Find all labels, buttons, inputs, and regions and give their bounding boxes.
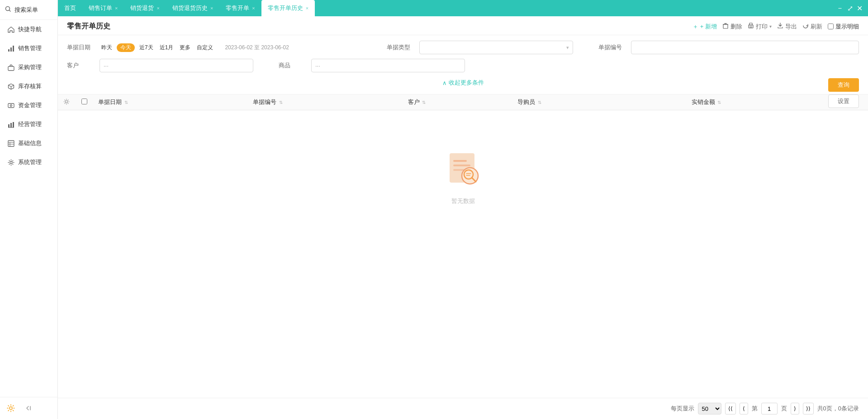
svg-rect-4 <box>13 46 14 52</box>
page-word2: 页 <box>781 405 787 413</box>
custom-btn[interactable]: 自定义 <box>195 43 215 52</box>
sidebar-item-sys-mgmt[interactable]: 系统管理 <box>0 153 57 172</box>
select-all-checkbox[interactable] <box>81 99 87 104</box>
goods-select[interactable]: ··· <box>311 59 465 72</box>
money-icon <box>7 102 14 109</box>
th-checkbox[interactable] <box>76 94 93 110</box>
refresh-button[interactable]: 刷新 <box>802 23 822 31</box>
query-button[interactable]: 查询 <box>828 78 859 92</box>
tab-sales-return-history[interactable]: 销货退货历史 × <box>166 0 219 16</box>
nav-close-icon[interactable]: ✕ <box>857 4 863 13</box>
svg-rect-13 <box>10 123 12 127</box>
today-btn[interactable]: 今天 <box>117 43 135 52</box>
th-customer[interactable]: 客户 ⇅ <box>403 94 512 110</box>
tab-close-icon[interactable]: × <box>210 5 213 11</box>
refresh-label: 刷新 <box>811 23 822 31</box>
table-icon <box>7 140 14 147</box>
sidebar-item-quick-nav[interactable]: 快捷导航 <box>0 20 57 39</box>
th-number[interactable]: 单据编号 ⇅ <box>247 94 402 110</box>
prev-page-button[interactable]: ⟨ <box>740 403 748 414</box>
first-page-button[interactable]: ⟨⟨ <box>725 403 736 414</box>
filter-wrapper: 单据日期 昨天 今天 近7天 近1月 更多 自定义 2023-06-02 至 2… <box>58 35 868 94</box>
nav-maximize-icon[interactable]: ⤢ <box>847 4 853 13</box>
sort-salesperson-icon: ⇅ <box>538 100 541 105</box>
next-page-button[interactable]: ⟩ <box>791 403 799 414</box>
main-area: 首页 销售订单 × 销货退货 × 销货退货历史 × 零售开单 × 零售开单历史 … <box>58 0 868 419</box>
tab-retail-history[interactable]: 零售开单历史 × <box>261 0 315 16</box>
add-icon: ＋ <box>693 23 698 31</box>
tab-retail-open[interactable]: 零售开单 × <box>219 0 261 16</box>
tab-sales-return-history-label: 销货退货历史 <box>172 4 208 12</box>
tab-close-icon[interactable]: × <box>252 5 255 11</box>
tab-sales-return[interactable]: 销货退货 × <box>124 0 166 16</box>
svg-rect-33 <box>453 165 470 166</box>
nav-right-controls: － ⤢ ✕ <box>836 4 868 13</box>
show-detail-checkbox[interactable] <box>828 24 834 29</box>
th-settings[interactable] <box>58 94 76 110</box>
tab-sales-order-label: 销售订单 <box>89 4 112 12</box>
table-header-row: 单据日期 ⇅ 单据编号 ⇅ 客户 ⇅ 导购员 ⇅ <box>58 94 868 110</box>
nav-minimize-icon[interactable]: － <box>836 4 844 13</box>
number-label: 单据编号 <box>598 43 624 52</box>
tab-close-icon[interactable]: × <box>306 5 308 11</box>
customer-dots: ··· <box>104 62 109 69</box>
date-range-from: 2023-06-02 至 2023-06-02 <box>225 44 289 52</box>
more-btn[interactable]: 更多 <box>178 43 192 52</box>
sidebar-item-label: 库存核算 <box>18 82 42 90</box>
th-salesperson[interactable]: 导购员 ⇅ <box>512 94 645 110</box>
th-amount[interactable]: 实销金额 ⇅ <box>686 94 841 110</box>
print-dropdown-icon[interactable]: ▾ <box>769 24 772 29</box>
page-size-select[interactable]: 50 10 20 100 <box>698 403 721 414</box>
th-date[interactable]: 单据日期 ⇅ <box>93 94 247 110</box>
box-icon <box>7 83 14 90</box>
empty-text: 暂无数据 <box>451 197 475 205</box>
delete-icon <box>722 23 729 30</box>
svg-point-30 <box>66 100 68 103</box>
search-label: 搜索采单 <box>14 6 38 14</box>
delete-label: 删除 <box>730 23 742 31</box>
export-button[interactable]: 导出 <box>777 23 797 31</box>
tab-sales-order[interactable]: 销售订单 × <box>82 0 124 16</box>
sidebar-item-finance-mgmt[interactable]: 资金管理 <box>0 96 57 115</box>
sidebar-item-sales-mgmt[interactable]: 销售管理 <box>0 39 57 58</box>
type-select[interactable]: ▾ <box>419 41 573 54</box>
sort-date-icon: ⇅ <box>124 100 128 105</box>
svg-point-20 <box>10 161 12 164</box>
tab-close-icon[interactable]: × <box>115 5 118 11</box>
tab-home[interactable]: 首页 <box>58 0 82 16</box>
print-button[interactable]: 打印 ▾ <box>748 23 772 31</box>
collapse-row[interactable]: ∧ 收起更多条件 <box>67 77 859 89</box>
customer-select[interactable]: ··· <box>100 59 253 72</box>
tab-retail-open-label: 零售开单 <box>226 4 249 12</box>
svg-rect-2 <box>8 49 9 52</box>
yesterday-btn[interactable]: 昨天 <box>100 43 114 52</box>
month-btn[interactable]: 近1月 <box>158 43 175 52</box>
delete-button[interactable]: 删除 <box>722 23 742 31</box>
week-btn[interactable]: 近7天 <box>138 43 155 52</box>
last-page-button[interactable]: ⟩⟩ <box>803 403 814 414</box>
collapse-sidebar-icon[interactable] <box>22 402 34 414</box>
show-detail-toggle[interactable]: 显示明细 <box>828 23 859 31</box>
collapse-label: 收起更多条件 <box>449 79 484 87</box>
export-icon <box>777 23 783 30</box>
filter-settings-button[interactable]: 设置 <box>828 94 859 108</box>
sidebar-item-ops-mgmt[interactable]: 经营管理 <box>0 115 57 134</box>
svg-line-1 <box>9 10 10 11</box>
gear-icon <box>7 159 14 166</box>
refresh-icon <box>802 23 809 30</box>
settings-bottom-icon[interactable] <box>5 402 17 414</box>
sidebar-item-label: 经营管理 <box>18 120 42 128</box>
sidebar-item-basic-info[interactable]: 基础信息 <box>0 134 57 153</box>
number-input[interactable] <box>631 41 859 54</box>
page-title: 零售开单历史 <box>67 22 110 31</box>
th-customer-label: 客户 <box>408 99 420 105</box>
sidebar-search[interactable]: 搜索采单 <box>0 0 57 20</box>
sidebar-item-inventory[interactable]: 库存核算 <box>0 77 57 96</box>
print-label: 打印 <box>756 23 768 31</box>
tab-close-icon[interactable]: × <box>157 5 159 11</box>
sidebar-item-purchase-mgmt[interactable]: 采购管理 <box>0 58 57 77</box>
page-number-input[interactable] <box>761 403 778 414</box>
goods-dots: ··· <box>315 62 320 69</box>
sidebar-item-label: 销售管理 <box>18 44 42 52</box>
add-button[interactable]: ＋ + 新增 <box>693 23 717 31</box>
